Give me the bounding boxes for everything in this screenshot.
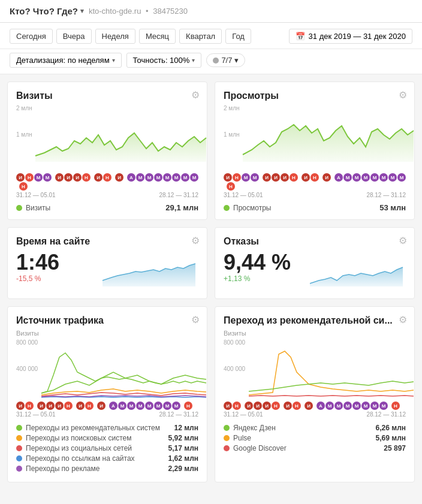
views-title: Просмотры: [224, 90, 406, 101]
legend-value: 2,29 млн: [168, 464, 198, 473]
widget-visits: Визиты ⚙ 2 млн 1 млн И Н М М: [7, 82, 207, 220]
btn-quarter[interactable]: Квартал: [179, 29, 222, 44]
marker: Н: [272, 402, 280, 410]
marker: И: [115, 173, 123, 182]
ref-timeline: И Н И И И Н И Н И А М М М М М М М Н: [224, 402, 406, 410]
ts-timeline-dates: 31.12 — 05.01 28.12 — 31.12: [16, 411, 198, 418]
header: Кто? Что? Где? ▾ kto-chto-gde.ru • 38475…: [0, 0, 422, 23]
chevron-down-icon: ▾: [112, 57, 115, 64]
btn-week[interactable]: Неделя: [95, 29, 135, 44]
calendar-icon: 📅: [296, 32, 305, 41]
legend-dot: [224, 435, 230, 441]
gear-icon[interactable]: ⚙: [191, 235, 200, 246]
gear-icon[interactable]: ⚙: [399, 89, 407, 101]
marker: И: [263, 173, 271, 182]
ref-legend-item-2: Google Discover 25 897: [224, 444, 406, 452]
views-legend-label: Просмотры: [233, 204, 271, 212]
traffic-source-svg: [41, 342, 209, 399]
legend-value: 5,92 млн: [168, 434, 198, 442]
marker: И: [224, 402, 232, 410]
referral-chart: 800 000 400 000: [224, 339, 406, 399]
marker: Н: [103, 173, 111, 182]
legend-label: Google Discover: [233, 444, 287, 452]
marker: Н: [311, 173, 319, 182]
legend-label: Pulse: [233, 434, 251, 442]
legend-value: 6,26 млн: [376, 424, 406, 432]
marker: М: [172, 173, 180, 182]
visits-legend: Визиты 29,1 млн: [16, 203, 198, 212]
marker: И: [305, 402, 313, 410]
app-title[interactable]: Кто? Что? Где? ▾: [10, 6, 84, 16]
visits-legend-label: Визиты: [26, 204, 50, 212]
views-svg: [243, 108, 417, 162]
chevron-down-icon: ▾: [80, 7, 84, 15]
marker: И: [254, 402, 262, 410]
marker: И: [55, 402, 64, 410]
marker: М: [370, 173, 379, 182]
gear-icon[interactable]: ⚙: [399, 314, 407, 325]
legend-value: 1,62 млн: [168, 454, 198, 463]
marker: А: [334, 173, 343, 182]
marker: А: [316, 402, 325, 410]
marker: И: [245, 402, 253, 410]
legend-value: 12 млн: [174, 424, 198, 432]
btn-yesterday[interactable]: Вчера: [56, 29, 92, 44]
marker: И: [16, 402, 25, 410]
referral-legend: Яндекс Дзен 6,26 млн Pulse 5,69 млн Goog…: [224, 424, 406, 452]
marker: И: [322, 173, 331, 182]
gear-icon[interactable]: ⚙: [191, 89, 200, 101]
marker: И: [16, 173, 25, 182]
chevron-down-icon: ▾: [192, 57, 195, 64]
marker: М: [163, 173, 171, 182]
marker: И: [55, 173, 64, 182]
marker: М: [379, 402, 388, 410]
marker: И: [76, 402, 85, 410]
referral-subtitle: Визиты: [224, 330, 406, 337]
date-range-button[interactable]: 📅 31 дек 2019 — 31 дек 2020: [289, 29, 412, 44]
marker: М: [118, 402, 126, 410]
gear-icon[interactable]: ⚙: [191, 314, 200, 325]
marker: М: [343, 402, 352, 410]
btn-today[interactable]: Сегодня: [10, 29, 53, 44]
bounce-rate-title: Отказы: [224, 236, 406, 247]
gear-icon[interactable]: ⚙: [399, 235, 407, 246]
marker: М: [379, 173, 388, 182]
widget-traffic-source: Источник трафика Визиты ⚙ 800 000 400 00…: [7, 306, 207, 482]
marker: И: [46, 402, 55, 410]
marker: Н: [391, 402, 400, 410]
traffic-source-chart: 800 000 400 000: [16, 339, 198, 399]
svg-marker-1: [243, 125, 414, 162]
marker: И: [263, 402, 271, 410]
btn-month[interactable]: Месяц: [139, 29, 176, 44]
marker: М: [181, 173, 189, 182]
views-y-mid: 1 млн: [224, 131, 240, 138]
traffic-source-legend: Переходы из рекомендательных систем 12 м…: [16, 424, 198, 473]
legend-dot: [16, 466, 22, 472]
ts-y-max: 800 000: [16, 339, 38, 346]
marker: Н: [184, 402, 192, 410]
detail-select[interactable]: Детализация: по неделям ▾: [10, 53, 122, 68]
title-text: Кто? Что? Где?: [10, 6, 78, 16]
legend-label: Переходы из рекомендательных систем: [26, 424, 160, 432]
btn-year[interactable]: Год: [225, 29, 251, 44]
filter-badge[interactable]: 7/7 ▾: [206, 53, 245, 67]
marker: М: [325, 402, 334, 410]
marker: М: [154, 402, 162, 410]
referral-svg: [249, 342, 417, 399]
legend-item-4: Переходы по рекламе 2,29 млн: [16, 464, 198, 473]
precision-select[interactable]: Точность: 100% ▾: [126, 53, 202, 68]
marker: М: [352, 173, 361, 182]
referral-title: Переход из рекомендательной си...: [224, 315, 406, 326]
marker: М: [370, 402, 379, 410]
marker: И: [73, 173, 82, 182]
marker: М: [361, 402, 370, 410]
marker: И: [272, 173, 280, 182]
svg-marker-2: [103, 264, 195, 286]
marker: М: [251, 173, 259, 182]
toolbar-row2: Детализация: по неделям ▾ Точность: 100%…: [0, 49, 422, 74]
views-y-max: 2 млн: [224, 105, 240, 111]
marker: М: [136, 173, 144, 182]
marker: М: [145, 402, 153, 410]
marker: И: [281, 173, 289, 182]
marker: М: [34, 173, 43, 182]
